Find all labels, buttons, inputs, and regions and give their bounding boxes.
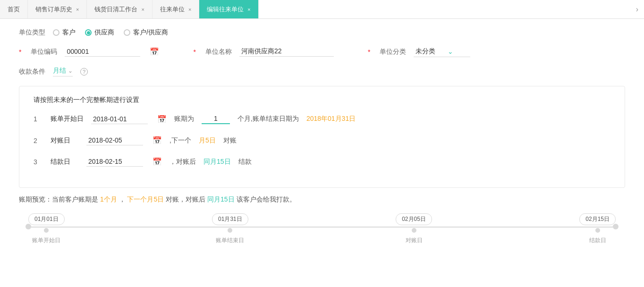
period-row-3-calendar-icon[interactable]: 📅 bbox=[153, 157, 162, 166]
payment-terms-label: 收款条件 bbox=[19, 68, 45, 76]
period-row-1-label: 账单开始日 bbox=[51, 115, 84, 123]
unit-code-label: 单位编码 bbox=[31, 48, 57, 56]
tab-home[interactable]: 首页 bbox=[0, 0, 28, 18]
period-row-3-date[interactable] bbox=[86, 157, 143, 167]
tab-partner-units-close[interactable]: × bbox=[188, 7, 191, 12]
required-star-name: * bbox=[193, 48, 195, 56]
timeline-node-1-circle bbox=[228, 228, 232, 233]
radio-both[interactable]: 客户/供应商 bbox=[124, 28, 168, 37]
period-row-3-desc-suffix: 结款 bbox=[238, 158, 252, 166]
unit-classify-value: 未分类 bbox=[415, 47, 444, 56]
preview-part2: 下一个月5日 bbox=[127, 195, 164, 203]
radio-both-label: 客户/供应商 bbox=[133, 28, 168, 37]
timeline-node-1-label: 账单结束日 bbox=[216, 236, 244, 245]
unit-info-row: * 单位编码 📅 * 单位名称 * 单位分类 未分类 ⌄ bbox=[19, 46, 625, 57]
period-row-3-highlight: 同月15日 bbox=[203, 158, 231, 166]
unit-type-radio-group: 客户 供应商 客户/供应商 bbox=[53, 28, 168, 37]
timeline-container: 01月01日 账单开始日 01月31日 账单结束日 02月05日 对账日 02月… bbox=[19, 213, 625, 268]
period-box-title: 请按照未来的一个完整帐期进行设置 bbox=[34, 96, 610, 104]
timeline-left-dot bbox=[25, 224, 31, 229]
unit-classify-label: 单位分类 bbox=[380, 48, 406, 56]
timeline-node-3-circle bbox=[595, 228, 600, 233]
timeline-node-3-date: 02月15日 bbox=[579, 213, 616, 225]
timeline-node-2: 02月05日 对账日 bbox=[396, 213, 432, 245]
preview-suffix: 该客户会给我打款。 bbox=[237, 195, 296, 203]
preview-prefix: 账期预览：当前客户账期是 bbox=[19, 195, 98, 203]
main-content: 单位类型 客户 供应商 客户/供应商 * 单位编码 📅 * 单位名称 * bbox=[0, 19, 644, 287]
tab-edit-partner[interactable]: 编辑往来单位 × bbox=[199, 0, 258, 18]
preview-part1: 1个月 bbox=[100, 195, 117, 203]
unit-classify-select[interactable]: 未分类 ⌄ bbox=[414, 46, 470, 57]
period-row-1-period-label: 账期为 bbox=[174, 115, 194, 123]
required-star-code: * bbox=[19, 48, 21, 56]
period-row-1-end-date: 2018年01月31日 bbox=[306, 115, 356, 123]
period-row-3-label: 结款日 bbox=[51, 158, 79, 166]
tab-sales-history-close[interactable]: × bbox=[76, 7, 79, 12]
radio-supplier-circle bbox=[85, 29, 92, 36]
period-row-2-highlight: 月5日 bbox=[199, 136, 216, 145]
timeline-node-2-date: 02月05日 bbox=[396, 213, 432, 225]
tab-partner-units[interactable]: 往来单位 × bbox=[153, 0, 199, 18]
period-settings-box: 请按照未来的一个完整帐期进行设置 1 账单开始日 📅 账期为 个月,账单结束日期… bbox=[19, 86, 625, 188]
unit-code-calendar-icon[interactable]: 📅 bbox=[150, 47, 159, 56]
payment-terms-value: 月结 bbox=[53, 67, 66, 75]
unit-name-input[interactable] bbox=[239, 47, 334, 57]
timeline-nodes: 01月01日 账单开始日 01月31日 账单结束日 02月05日 对账日 02月… bbox=[28, 213, 616, 268]
unit-type-label: 单位类型 bbox=[19, 28, 45, 37]
period-row-2-label: 对账日 bbox=[51, 136, 79, 145]
radio-customer-circle bbox=[53, 29, 59, 36]
period-row-3-desc-prefix: ，对账后 bbox=[169, 158, 196, 166]
tab-edit-partner-close[interactable]: × bbox=[247, 7, 250, 12]
preview-middle1: ， bbox=[119, 195, 126, 203]
tab-cash-work-label: 钱货日清工作台 bbox=[94, 5, 137, 14]
period-row-2-desc-prefix: ,下一个 bbox=[169, 136, 191, 145]
unit-type-row: 单位类型 客户 供应商 客户/供应商 bbox=[19, 28, 625, 37]
period-row-1-num: 1 bbox=[34, 115, 43, 123]
unit-code-input[interactable] bbox=[65, 47, 140, 57]
period-row-2-calendar-icon[interactable]: 📅 bbox=[153, 136, 162, 145]
timeline-node-2-label: 对账日 bbox=[406, 236, 423, 245]
payment-terms-select[interactable]: 月结 ⌄ bbox=[53, 67, 73, 76]
tab-expand-btn[interactable]: › bbox=[630, 0, 644, 18]
timeline-right-dot bbox=[613, 224, 619, 229]
timeline-node-0-circle bbox=[44, 228, 49, 233]
tab-sales-history[interactable]: 销售订单历史 × bbox=[28, 0, 87, 18]
period-input-months[interactable] bbox=[202, 114, 230, 124]
unit-name-label: 单位名称 bbox=[205, 48, 232, 56]
payment-terms-chevron: ⌄ bbox=[68, 68, 73, 74]
tab-cash-work-close[interactable]: × bbox=[141, 7, 144, 12]
help-icon[interactable]: ? bbox=[80, 68, 88, 76]
preview-middle2: 对账，对账后 bbox=[166, 195, 205, 203]
classify-chevron-icon: ⌄ bbox=[448, 48, 453, 55]
tab-partner-units-label: 往来单位 bbox=[160, 5, 185, 14]
radio-supplier[interactable]: 供应商 bbox=[85, 28, 114, 37]
tabs-bar: 首页 销售订单历史 × 钱货日清工作台 × 往来单位 × 编辑往来单位 × › bbox=[0, 0, 644, 19]
timeline-node-0-label: 账单开始日 bbox=[32, 236, 60, 245]
radio-customer-label: 客户 bbox=[62, 28, 76, 37]
tab-cash-work[interactable]: 钱货日清工作台 × bbox=[87, 0, 152, 18]
timeline-node-3: 02月15日 结款日 bbox=[579, 213, 616, 245]
period-row-2-num: 2 bbox=[34, 137, 43, 144]
period-row-2-desc-suffix: 对账 bbox=[223, 136, 237, 145]
tab-home-label: 首页 bbox=[8, 5, 20, 14]
radio-supplier-label: 供应商 bbox=[94, 28, 114, 37]
required-star-classify: * bbox=[368, 48, 370, 56]
timeline-node-0: 01月01日 账单开始日 bbox=[28, 213, 65, 245]
timeline-node-3-label: 结款日 bbox=[589, 236, 606, 245]
period-row-3-num: 3 bbox=[34, 158, 43, 166]
period-row-2-date[interactable] bbox=[86, 135, 143, 145]
radio-both-circle bbox=[124, 29, 130, 36]
period-row-1: 1 账单开始日 📅 账期为 个月,账单结束日期为 2018年01月31日 bbox=[34, 114, 610, 124]
timeline-node-2-circle bbox=[412, 228, 416, 233]
radio-customer[interactable]: 客户 bbox=[53, 28, 76, 37]
timeline-node-1: 01月31日 账单结束日 bbox=[212, 213, 248, 245]
timeline-line bbox=[28, 227, 616, 228]
period-row-1-date[interactable] bbox=[91, 114, 148, 124]
period-row-1-calendar-icon[interactable]: 📅 bbox=[157, 115, 167, 124]
preview-part3: 同月15日 bbox=[207, 195, 235, 203]
tab-sales-history-label: 销售订单历史 bbox=[35, 5, 72, 14]
timeline-node-0-date: 01月01日 bbox=[28, 213, 65, 225]
period-row-2: 2 对账日 📅 ,下一个 月5日 对账 bbox=[34, 135, 610, 145]
period-row-1-unit: 个月,账单结束日期为 bbox=[237, 115, 299, 123]
tab-edit-partner-label: 编辑往来单位 bbox=[207, 5, 244, 14]
